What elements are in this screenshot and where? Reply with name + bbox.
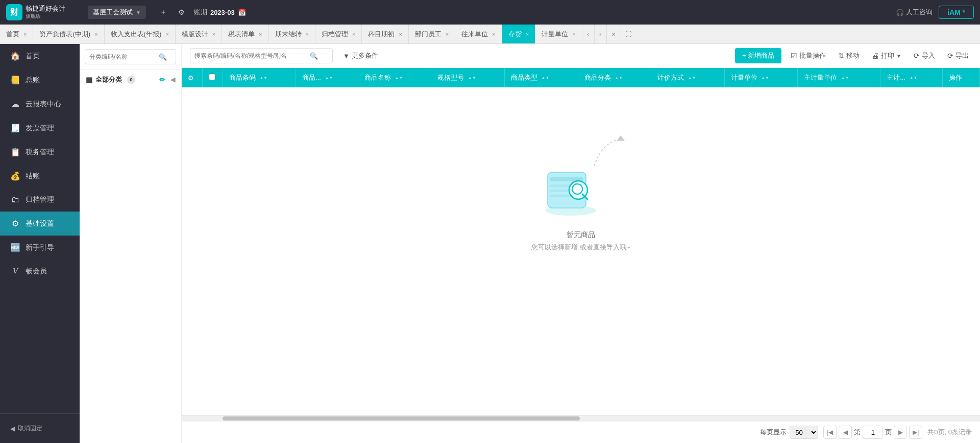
add-product-button[interactable]: + 新增商品 (735, 48, 781, 63)
sidebar-item-invoice[interactable]: 🧾 发票管理 (0, 116, 80, 140)
page-last-button[interactable]: ▶| (909, 426, 922, 439)
unpin-button[interactable]: ◀ 取消固定 (0, 419, 80, 438)
cloud-icon: ☁ (10, 99, 20, 109)
tab-period-end-close[interactable]: × (306, 31, 309, 37)
sort-unit-icon[interactable]: ▲▼ (761, 76, 769, 80)
product-search-icon[interactable]: 🔍 (310, 52, 318, 60)
sidebar-item-settlement[interactable]: 💰 结账 (0, 164, 80, 188)
sort-code-icon[interactable]: ▲▼ (325, 76, 333, 80)
tab-archive[interactable]: 归档管理 × (315, 25, 362, 44)
import-label: 导入 (922, 51, 935, 60)
sort-category-icon[interactable]: ▲▼ (615, 76, 623, 80)
th-settings[interactable]: ⚙ (182, 68, 202, 87)
sort-price-icon[interactable]: ▲▼ (688, 76, 696, 80)
sidebar-item-member[interactable]: V 畅会员 (0, 260, 80, 283)
sort-main-unit-icon[interactable]: ▲▼ (841, 76, 849, 80)
th-checkbox[interactable] (202, 68, 223, 87)
sort-col3-icon[interactable]: ▲▼ (910, 76, 918, 80)
collapse-arrow-icon[interactable]: ◀ (170, 76, 175, 83)
page-prev-button[interactable]: ◀ (839, 426, 852, 439)
tab-unit-close[interactable]: × (572, 31, 575, 37)
sidebar-item-tax[interactable]: 📋 税务管理 (0, 140, 80, 164)
tab-home[interactable]: 首页 × (0, 25, 33, 44)
scroll-thumb[interactable] (223, 416, 580, 421)
batch-label: 批量操作 (799, 51, 826, 60)
tab-customer-close[interactable]: × (492, 31, 495, 37)
tab-template-close[interactable]: × (212, 31, 215, 37)
sort-type-icon[interactable]: ▲▼ (542, 76, 550, 80)
th-name[interactable]: 商品名称 ▲▼ (358, 68, 431, 87)
import-button[interactable]: ⟳ 导入 (911, 49, 938, 62)
sort-barcode-icon[interactable]: ▲▼ (259, 76, 267, 80)
headset-icon: 🎧 (896, 9, 904, 16)
page-next-button[interactable]: ▶ (894, 426, 907, 439)
th-barcode[interactable]: 商品条码 ▲▼ (223, 68, 296, 87)
product-search-input[interactable] (194, 52, 307, 59)
tab-next-button[interactable]: › (595, 25, 607, 44)
tab-balance[interactable]: 资产负债表(中期) × (33, 25, 104, 44)
tab-archive-label: 归档管理 (322, 30, 348, 39)
tab-dept-close[interactable]: × (446, 31, 449, 37)
category-search-icon[interactable]: 🔍 (159, 53, 167, 61)
tab-close-all-button[interactable]: × (607, 25, 621, 44)
export-button[interactable]: ⟳ 导出 (944, 49, 972, 62)
category-search-input[interactable] (89, 53, 156, 60)
tab-tax-label: 税表清单 (228, 30, 255, 39)
sidebar-item-home[interactable]: 🏠 首页 (0, 44, 80, 68)
page-number-input[interactable] (863, 426, 883, 439)
unpin-arrow-icon: ◀ (10, 425, 15, 432)
tab-subject-close[interactable]: × (399, 31, 402, 37)
sidebar-item-reports[interactable]: ☁ 云报表中心 (0, 92, 80, 116)
iam-badge[interactable]: iAM * (939, 6, 974, 19)
sidebar-item-settings[interactable]: ⚙ 基础设置 (0, 212, 80, 236)
th-main-unit[interactable]: 主计量单位 ▲▼ (798, 68, 880, 87)
th-code[interactable]: 商品... ▲▼ (296, 68, 358, 87)
tab-balance-close[interactable]: × (94, 31, 97, 37)
sort-name-icon[interactable]: ▲▼ (395, 76, 403, 80)
th-unit[interactable]: 计量单位 ▲▼ (724, 68, 798, 87)
tab-unit[interactable]: 计量单位 × (535, 25, 582, 44)
tab-tax[interactable]: 税表清单 × (222, 25, 268, 44)
th-category[interactable]: 商品分类 ▲▼ (578, 68, 651, 87)
tab-prev-button[interactable]: ‹ (582, 25, 595, 44)
print-button[interactable]: 🖨 打印 ▼ (869, 49, 904, 62)
tab-dept[interactable]: 部门员工 × (409, 25, 455, 44)
sidebar-item-archive[interactable]: 🗂 归档管理 (0, 188, 80, 212)
move-button[interactable]: ⇅ 移动 (835, 49, 863, 62)
th-col3[interactable]: 主计... ▲▼ (880, 68, 943, 87)
edit-category-icon[interactable]: ✏ (159, 76, 165, 84)
workspace-selector[interactable]: 基层工会测试 ▼ (88, 6, 146, 19)
sidebar-bottom: ◀ 取消固定 (0, 413, 80, 443)
tab-customer[interactable]: 往来单位 × (455, 25, 502, 44)
sidebar-item-ledger[interactable]: 📒 总账 (0, 68, 80, 92)
tab-tax-close[interactable]: × (259, 31, 262, 37)
tab-expand-button[interactable]: ⛶ (621, 25, 635, 44)
all-category-header[interactable]: ▦ 全部分类 0 ✏ ◀ (80, 70, 181, 89)
page-size-select[interactable]: 50 20 100 (790, 426, 818, 439)
tab-period-end[interactable]: 期末结转 × (269, 25, 315, 44)
calendar-icon[interactable]: 📅 (238, 9, 246, 16)
select-all-checkbox[interactable] (209, 74, 215, 80)
tab-home-close[interactable]: × (23, 31, 27, 37)
sidebar-item-guide[interactable]: 🆕 新手引导 (0, 236, 80, 260)
sort-spec-icon[interactable]: ▲▼ (468, 76, 476, 80)
th-price-mode[interactable]: 计价方式 ▲▼ (651, 68, 725, 87)
tab-subject[interactable]: 科目期初 × (362, 25, 408, 44)
horizontal-scrollbar[interactable] (182, 415, 980, 421)
tab-income[interactable]: 收入支出表(年报) × (105, 25, 176, 44)
batch-operation-button[interactable]: ☑ 批量操作 (788, 49, 829, 62)
consult-button[interactable]: 🎧 人工咨询 (896, 8, 933, 17)
th-type[interactable]: 商品类型 ▲▼ (504, 68, 578, 87)
add-tab-button[interactable]: ＋ (156, 5, 170, 19)
more-filter-button[interactable]: ▼ 更多条件 (339, 49, 382, 62)
settings-icon[interactable]: ⚙ (175, 5, 189, 19)
tab-inventory-close[interactable]: × (526, 31, 529, 37)
tab-template[interactable]: 模版设计 × (176, 25, 222, 44)
th-spec[interactable]: 规格型号 ▲▼ (431, 68, 505, 87)
product-search-wrap[interactable]: 🔍 (190, 48, 333, 63)
tab-income-close[interactable]: × (165, 31, 168, 37)
page-first-button[interactable]: |◀ (823, 426, 837, 439)
category-search-input-wrap[interactable]: 🔍 (85, 49, 176, 64)
tab-archive-close[interactable]: × (352, 31, 355, 37)
tab-inventory[interactable]: 存货 × (502, 25, 535, 44)
